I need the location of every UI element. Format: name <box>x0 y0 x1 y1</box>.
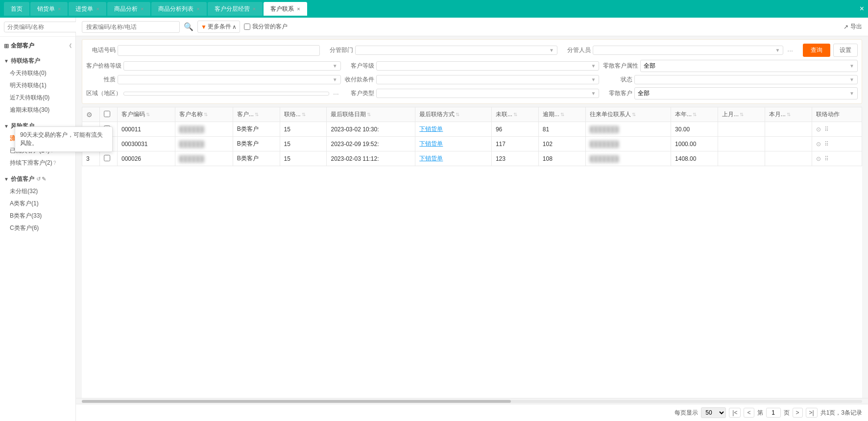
sort-overdue-icon[interactable]: ⇅ <box>560 112 564 117</box>
tab-home[interactable]: 首页 <box>4 2 29 16</box>
close-all-tabs[interactable]: × <box>860 4 864 13</box>
region-more-icon[interactable]: ··· <box>331 90 341 98</box>
status-select[interactable]: ▼ <box>634 75 858 84</box>
last-page-button[interactable]: >| <box>806 408 818 418</box>
sidebar-item-overdue-pending[interactable]: 逾期未联络(30) <box>0 104 75 116</box>
tab-product-analysis[interactable]: 商品分析 × <box>107 2 150 16</box>
sidebar-item-b-class[interactable]: B类客户(33) <box>0 210 75 222</box>
action-more-icon-1[interactable]: ⠿ <box>824 141 829 148</box>
next-page-button[interactable]: > <box>793 408 803 418</box>
th-last-type: 最后联络方式 ⇅ <box>415 107 492 122</box>
sidebar-group-pending-header[interactable]: ▼ 待联络客户 <box>0 55 75 67</box>
export-button[interactable]: ↗ 导出 <box>844 23 862 31</box>
edit-value-icon[interactable]: ↺ <box>36 176 41 182</box>
customer-grade-select[interactable]: ▼ <box>376 61 600 71</box>
cell-grade-0: B类客户 <box>233 122 280 137</box>
th-last-month: 上月... ⇅ <box>718 107 765 122</box>
sidebar-group-value: ▼ 价值客户 ↺ ✎ 未分组(32) A类客户(1) B类客户(33) C类客户… <box>0 171 75 236</box>
filter-icon: ▼ <box>201 24 207 30</box>
sidebar-item-ungrouped[interactable]: 未分组(32) <box>0 185 75 198</box>
zero-customer-select[interactable]: 全部 ▼ <box>634 87 858 99</box>
sort-last-type-icon[interactable]: ⇅ <box>456 112 459 117</box>
toolbar: 🔍 ▼ 更多条件 ∧ 我分管的客户 ↗ 导出 <box>76 18 868 36</box>
close-tab-purchase-order[interactable]: × <box>96 6 99 12</box>
sidebar-item-tomorrow-pending[interactable]: 明天待联络(1) <box>0 79 75 92</box>
person-more-icon[interactable]: ··· <box>785 47 795 54</box>
person-select[interactable]: ▼ <box>593 46 783 55</box>
sidebar-item-today-pending[interactable]: 今天待联络(0) <box>0 67 75 79</box>
cell-overdue-1: 102 <box>538 137 585 151</box>
sort-this-year-icon[interactable]: ⇅ <box>693 112 697 117</box>
cell-uncontact-1: 117 <box>491 137 538 151</box>
per-page-select[interactable]: 50 100 <box>701 407 726 418</box>
more-filter-button[interactable]: ▼ 更多条件 ∧ <box>197 21 240 33</box>
tab-customer-segment[interactable]: 客户分层经营 × <box>208 2 263 16</box>
action-contact-icon-2[interactable]: ⊙ <box>816 155 821 162</box>
customer-type-select[interactable]: ▼ <box>376 89 600 98</box>
page-number-input[interactable] <box>766 408 781 418</box>
sort-code-icon[interactable]: ⇅ <box>146 112 150 117</box>
select-all-checkbox[interactable] <box>104 111 110 117</box>
tab-purchase-order[interactable]: 进货单 × <box>69 2 106 16</box>
my-customers-checkbox[interactable] <box>244 24 250 30</box>
action-more-icon-0[interactable]: ⠿ <box>824 126 829 133</box>
sort-uncontact-icon[interactable]: ⇅ <box>513 112 517 117</box>
sidebar-all-customers[interactable]: ⊞ 全部客户 《 <box>0 39 75 53</box>
close-tab-product-analysis[interactable]: × <box>141 6 144 12</box>
close-tab-product-analysis-list[interactable]: × <box>196 6 199 12</box>
filter-phone: 电话号码 <box>86 45 320 56</box>
table-settings-icon[interactable]: ⚙ <box>86 111 93 119</box>
link-order-type-1[interactable]: 下销货单 <box>419 140 443 147</box>
sort-this-month-icon[interactable]: ⇅ <box>787 112 791 117</box>
sort-last-month-icon[interactable]: ⇅ <box>740 112 744 117</box>
cell-last-date-2: 2023-02-03 11:12: <box>327 151 415 166</box>
link-order-type-2[interactable]: 下销货单 <box>419 155 443 162</box>
sidebar-item-week-pending[interactable]: 近7天待联络(0) <box>0 92 75 104</box>
action-more-icon-2[interactable]: ⠿ <box>824 155 829 162</box>
close-tab-customer-segment[interactable]: × <box>253 6 256 12</box>
sort-last-date-icon[interactable]: ⇅ <box>367 112 371 117</box>
sidebar-content: ⊞ 全部客户 《 ▼ 待联络客户 今天待联络(0) 明天待联络(1) 近7天待联… <box>0 37 75 421</box>
tab-product-analysis-list[interactable]: 商品分析列表 × <box>151 2 206 16</box>
zero-attr-select[interactable]: 全部 ▼ <box>640 60 858 72</box>
action-contact-icon-0[interactable]: ⊙ <box>816 126 821 133</box>
cell-this-month-1 <box>765 137 812 151</box>
close-tab-customer-contact[interactable]: × <box>297 6 300 12</box>
query-button[interactable]: 查询 <box>803 44 830 57</box>
sort-name-icon[interactable]: ⇅ <box>204 112 208 117</box>
prev-page-button[interactable]: < <box>744 408 754 418</box>
sidebar-search-input[interactable] <box>4 22 84 32</box>
price-grade-select[interactable]: ▼ <box>123 61 341 71</box>
payment-select[interactable]: ▼ <box>376 75 600 84</box>
tab-customer-contact[interactable]: 客户联系 × <box>264 2 307 16</box>
cell-contact-0: 15 <box>280 122 327 137</box>
region-select[interactable] <box>123 92 329 96</box>
settings-button[interactable]: 设置 <box>833 44 858 57</box>
scroll-thumb[interactable] <box>82 400 511 403</box>
sidebar-group-value-header[interactable]: ▼ 价值客户 ↺ ✎ <box>0 173 75 185</box>
sidebar-collapse-icon[interactable]: 《 <box>67 43 72 50</box>
settings-value-icon[interactable]: ✎ <box>42 176 46 182</box>
sort-grade-icon[interactable]: ⇅ <box>255 112 259 117</box>
sidebar-item-c-class[interactable]: C类客户(6) <box>0 222 75 234</box>
row-checkbox-2[interactable] <box>104 155 110 161</box>
phone-input[interactable] <box>118 45 320 56</box>
sidebar-item-a-class[interactable]: A类客户(1) <box>0 198 75 210</box>
link-order-type-0[interactable]: 下销货单 <box>419 125 443 132</box>
dept-select[interactable]: ▼ <box>355 46 557 55</box>
sort-contact-icon[interactable]: ⇅ <box>302 112 306 117</box>
action-contact-icon-1[interactable]: ⊙ <box>816 141 821 148</box>
first-page-button[interactable]: |< <box>729 408 741 418</box>
search-input[interactable] <box>82 21 180 33</box>
sidebar-item-declining[interactable]: 持续下滑客户(2) ? <box>0 157 75 169</box>
search-button[interactable]: 🔍 <box>184 22 193 31</box>
sort-unit-contact-icon[interactable]: ⇅ <box>632 112 636 117</box>
table-header-row: ⚙ 客户编码 ⇅ 客户名称 <box>82 107 862 122</box>
tab-sales-order[interactable]: 销货单 × <box>30 2 68 16</box>
nature-select[interactable]: ▼ <box>118 75 341 84</box>
cell-grade-2: B类客户 <box>233 151 280 166</box>
th-last-date: 最后联络日期 ⇅ <box>327 107 415 122</box>
close-tab-sales-order[interactable]: × <box>58 6 61 12</box>
chevron-up-icon: ∧ <box>232 24 237 30</box>
help-icon-declining[interactable]: ? <box>53 160 56 166</box>
